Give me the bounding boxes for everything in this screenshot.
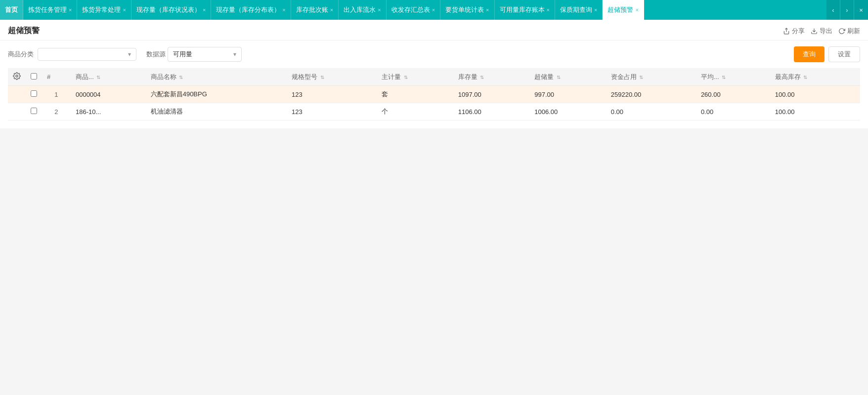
nav-tab-task-label: 拣货任务管理	[28, 5, 67, 14]
col-stock-sort-icon: ⇅	[480, 75, 484, 80]
category-label: 商品分类	[8, 50, 34, 59]
nav-tab-inventory-dist[interactable]: 现存量（库存分布表） ×	[211, 0, 291, 20]
nav-tab-home-label: 首页	[5, 5, 18, 14]
row-max-0: 100.00	[770, 86, 860, 103]
nav-tab-overstock[interactable]: 超储预警 ×	[603, 0, 644, 20]
nav-arrow-left[interactable]: ‹	[826, 0, 840, 20]
row-spec-0: 123	[287, 86, 377, 103]
row-avg-1: 0.00	[696, 103, 770, 120]
col-overstock-header[interactable]: 超储量 ⇅	[529, 68, 606, 86]
col-unit-label: 主计量	[382, 73, 401, 80]
row-num-0: 1	[42, 86, 71, 103]
export-button[interactable]: 导出	[811, 27, 832, 36]
filter-actions: 查询 设置	[794, 46, 860, 62]
nav-arrows: ‹ › ×	[826, 0, 868, 20]
data-source-filter: 数据源 可用量 ▾	[146, 47, 242, 62]
col-unit-sort-icon: ⇅	[404, 75, 408, 80]
row-gear-0	[8, 86, 26, 103]
row-checkbox-input-0[interactable]	[31, 90, 37, 97]
row-checkbox-0[interactable]	[26, 86, 42, 103]
nav-tab-task[interactable]: 拣货任务管理 ×	[23, 0, 77, 20]
category-filter: 商品分类 ▾	[8, 48, 136, 61]
row-name-0: 六配套新昌490BPG	[146, 86, 287, 103]
col-name-header[interactable]: 商品名称 ⇅	[146, 68, 287, 86]
data-source-select[interactable]: 可用量 ▾	[168, 47, 242, 62]
table-body: 1 0000004 六配套新昌490BPG 123 套 1097.00 997.…	[8, 86, 860, 120]
table-row: 1 0000004 六配套新昌490BPG 123 套 1097.00 997.…	[8, 86, 860, 103]
nav-tab-overstock-close[interactable]: ×	[635, 7, 638, 13]
row-overstock-1: 1006.00	[529, 103, 606, 120]
col-avg-sort-icon: ⇅	[722, 75, 726, 80]
nav-tab-batch[interactable]: 库存批次账 ×	[291, 0, 339, 20]
settings-button[interactable]: 设置	[828, 46, 860, 62]
nav-tab-order-stat-close[interactable]: ×	[486, 7, 489, 13]
row-capital-0: 259220.00	[606, 86, 696, 103]
page-header: 超储预警 分享 导出	[0, 20, 868, 40]
row-overstock-0: 997.00	[529, 86, 606, 103]
row-max-1: 100.00	[770, 103, 860, 120]
gear-icon	[13, 72, 21, 80]
col-name-label: 商品名称	[151, 73, 176, 80]
share-label: 分享	[792, 27, 805, 36]
nav-tab-batch-close[interactable]: ×	[330, 7, 333, 13]
nav-tab-expiry[interactable]: 保质期查询 ×	[555, 0, 603, 20]
row-unit-1: 个	[377, 103, 453, 120]
select-all-checkbox[interactable]	[31, 73, 37, 79]
row-num-1: 2	[42, 103, 71, 120]
nav-tab-inout[interactable]: 出入库流水 ×	[339, 0, 386, 20]
nav-tab-collect-close[interactable]: ×	[432, 7, 435, 13]
nav-arrow-right[interactable]: ›	[840, 0, 854, 20]
query-button[interactable]: 查询	[794, 46, 825, 62]
row-checkbox-1[interactable]	[26, 103, 42, 120]
export-label: 导出	[820, 27, 832, 36]
row-gear-1	[8, 103, 26, 120]
nav-tab-inventory-dist-label: 现存量（库存分布表）	[216, 5, 280, 14]
col-unit-header[interactable]: 主计量 ⇅	[377, 68, 453, 86]
col-avg-label: 平均...	[701, 73, 719, 80]
table-row: 2 186-10... 机油滤清器 123 个 1106.00 1006.00 …	[8, 103, 860, 120]
row-spec-1: 123	[287, 103, 377, 120]
refresh-button[interactable]: 刷新	[838, 27, 860, 36]
nav-tab-expiry-close[interactable]: ×	[594, 7, 597, 13]
share-button[interactable]: 分享	[783, 27, 805, 36]
col-checkbox-header[interactable]	[26, 68, 42, 86]
nav-tab-inventory-status[interactable]: 现存量（库存状况表） ×	[131, 0, 211, 20]
col-code-label: 商品...	[76, 73, 94, 80]
data-table: # 商品... ⇅ 商品名称 ⇅ 规格型号 ⇅ 主计量	[8, 68, 860, 120]
category-select[interactable]: ▾	[38, 48, 136, 61]
row-stock-1: 1106.00	[453, 103, 530, 120]
nav-tab-collect[interactable]: 收发存汇总表 ×	[387, 0, 440, 20]
col-spec-header[interactable]: 规格型号 ⇅	[287, 68, 377, 86]
nav-tab-inventory-dist-close[interactable]: ×	[282, 7, 285, 13]
col-gear[interactable]	[8, 68, 26, 86]
nav-tab-inout-close[interactable]: ×	[378, 7, 381, 13]
nav-tab-order-stat[interactable]: 要货单统计表 ×	[440, 0, 494, 20]
col-max-sort-icon: ⇅	[803, 75, 807, 80]
row-name-1: 机油滤清器	[146, 103, 287, 120]
export-icon	[811, 28, 818, 35]
col-name-sort-icon: ⇅	[179, 75, 183, 80]
nav-tab-batch-label: 库存批次账	[296, 5, 328, 14]
row-checkbox-input-1[interactable]	[31, 108, 37, 114]
table-header-row: # 商品... ⇅ 商品名称 ⇅ 规格型号 ⇅ 主计量	[8, 68, 860, 86]
col-avg-header[interactable]: 平均... ⇅	[696, 68, 770, 86]
nav-tab-home[interactable]: 首页	[0, 0, 23, 20]
col-capital-header[interactable]: 资金占用 ⇅	[606, 68, 696, 86]
nav-tab-abnormal-close[interactable]: ×	[123, 7, 126, 13]
nav-close-all[interactable]: ×	[854, 0, 868, 20]
nav-tab-order-stat-label: 要货单统计表	[445, 5, 484, 14]
col-code-sort-icon: ⇅	[96, 75, 100, 80]
col-capital-sort-icon: ⇅	[639, 75, 643, 80]
filter-bar: 商品分类 ▾ 数据源 可用量 ▾ 查询 设置	[0, 40, 868, 68]
nav-tab-abnormal-label: 拣货异常处理	[82, 5, 121, 14]
col-stock-header[interactable]: 库存量 ⇅	[453, 68, 530, 86]
nav-tab-task-close[interactable]: ×	[69, 7, 72, 13]
col-overstock-sort-icon: ⇅	[557, 75, 561, 80]
col-code-header[interactable]: 商品... ⇅	[71, 68, 146, 86]
row-capital-1: 0.00	[606, 103, 696, 120]
nav-tab-available[interactable]: 可用量库存账本 ×	[495, 0, 555, 20]
nav-tab-available-close[interactable]: ×	[547, 7, 550, 13]
col-max-header[interactable]: 最高库存 ⇅	[770, 68, 860, 86]
nav-tab-inventory-status-close[interactable]: ×	[203, 7, 206, 13]
nav-tab-abnormal[interactable]: 拣货异常处理 ×	[77, 0, 131, 20]
